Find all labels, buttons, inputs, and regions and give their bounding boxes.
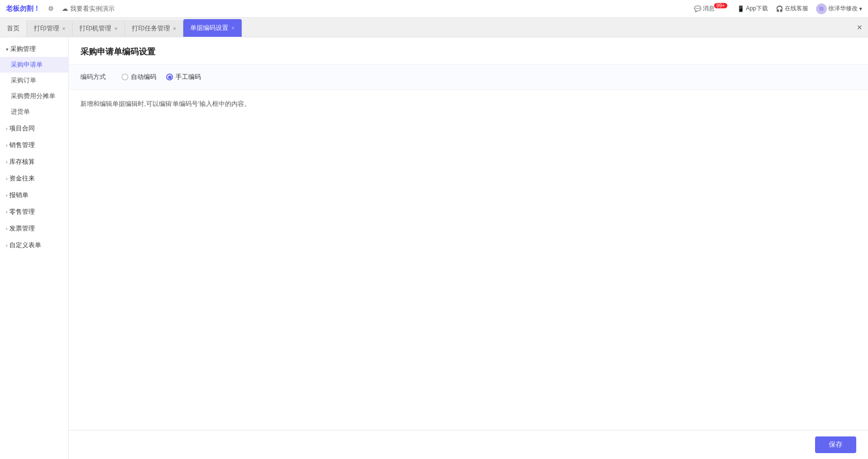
- close-all-tabs[interactable]: ×: [857, 22, 862, 32]
- page-title: 采购申请单编码设置: [80, 46, 856, 57]
- message-item[interactable]: 💬 消息 99+: [694, 4, 729, 13]
- tab-printer-mgmt-label: 打印机管理: [79, 24, 111, 33]
- sidebar-group-funds: › 资金往来: [0, 171, 68, 186]
- tab-single-code-setting-label: 单据编码设置: [190, 24, 228, 32]
- sidebar-group-invoice-title[interactable]: › 发票管理: [0, 221, 68, 236]
- radio-manual-encoding[interactable]: 手工编码: [166, 73, 201, 81]
- top-bar-left: 老板勿割！ ⚙ ☁ 我要看实例演示: [6, 4, 115, 13]
- chevron-icon-returns: ›: [6, 193, 7, 198]
- encoding-radio-group: 自动编码 手工编码: [122, 73, 201, 81]
- sidebar-group-returns-title[interactable]: › 报销单: [0, 187, 68, 203]
- sidebar-group-project-label: 项目合同: [9, 124, 35, 133]
- chevron-icon-inventory: ›: [6, 159, 7, 165]
- user-name: 徐泽华修改: [828, 4, 858, 13]
- tab-print-task-mgmt[interactable]: 打印任务管理 ×: [125, 20, 183, 37]
- content-body: 新增和编辑单据编辑时,可以编辑'单编码号'输入框中的内容。: [69, 90, 868, 430]
- main-layout: ▾ 采购管理 采购申请单 采购订单 采购费用分摊单 进货单 › 项目合同: [0, 37, 868, 459]
- chevron-icon-project: ›: [6, 126, 7, 131]
- sidebar-group-returns: › 报销单: [0, 187, 68, 203]
- sidebar-item-purchase-request-label: 采购申请单: [11, 61, 43, 68]
- tab-print-mgmt[interactable]: 打印管理 ×: [27, 20, 73, 37]
- message-icon: 💬: [694, 5, 701, 12]
- tab-home[interactable]: 首页: [0, 20, 27, 37]
- content-header: 采购申请单编码设置: [69, 37, 868, 65]
- sidebar-group-retail-title[interactable]: › 零售管理: [0, 204, 68, 220]
- sidebar-group-inventory: › 库存核算: [0, 154, 68, 170]
- tab-bar: 首页 打印管理 × 打印机管理 × 打印任务管理 × 单据编码设置 × ×: [0, 18, 868, 37]
- radio-manual-circle: [166, 74, 173, 80]
- sidebar-group-custom-forms-label: 自定义表单: [9, 241, 41, 250]
- sidebar-group-purchase-mgmt-title[interactable]: ▾ 采购管理: [0, 41, 68, 57]
- service-icon: 🎧: [776, 5, 783, 12]
- sidebar-group-sales-title[interactable]: › 销售管理: [0, 137, 68, 153]
- tab-printer-mgmt-close[interactable]: ×: [114, 26, 117, 31]
- sidebar: ▾ 采购管理 采购申请单 采购订单 采购费用分摊单 进货单 › 项目合同: [0, 37, 69, 459]
- sidebar-group-inventory-title[interactable]: › 库存核算: [0, 154, 68, 170]
- online-service-item[interactable]: 🎧 在线客服: [776, 4, 808, 13]
- app-label: App下载: [746, 4, 768, 13]
- sidebar-group-purchase-mgmt: ▾ 采购管理 采购申请单 采购订单 采购费用分摊单 进货单: [0, 41, 68, 120]
- sidebar-group-sales-label: 销售管理: [9, 141, 35, 150]
- encoding-section: 编码方式 自动编码 手工编码: [69, 65, 868, 90]
- radio-auto-label: 自动编码: [131, 73, 156, 81]
- message-badge: 99+: [714, 3, 727, 8]
- sidebar-group-purchase-label: 采购管理: [10, 45, 36, 53]
- sidebar-item-stock-in-label: 进货单: [11, 108, 30, 115]
- sidebar-item-purchase-expense-label: 采购费用分摊单: [11, 92, 55, 100]
- app-icon: 📱: [737, 5, 744, 12]
- top-bar-right: 💬 消息 99+ 📱 App下载 🎧 在线客服 徐 徐泽华修改 ▾: [694, 3, 862, 14]
- sidebar-item-purchase-request[interactable]: 采购申请单: [0, 57, 68, 73]
- chevron-icon-invoice: ›: [6, 226, 7, 231]
- encoding-label: 编码方式: [80, 73, 110, 81]
- sidebar-group-custom-forms: › 自定义表单: [0, 237, 68, 253]
- tab-print-mgmt-close[interactable]: ×: [62, 26, 65, 31]
- tab-single-code-setting-close[interactable]: ×: [231, 25, 234, 31]
- app-download-item[interactable]: 📱 App下载: [737, 4, 768, 13]
- save-button[interactable]: 保存: [815, 436, 856, 453]
- sidebar-group-invoice: › 发票管理: [0, 221, 68, 236]
- sidebar-group-invoice-label: 发票管理: [9, 224, 35, 233]
- sidebar-group-custom-forms-title[interactable]: › 自定义表单: [0, 237, 68, 253]
- sidebar-item-purchase-order[interactable]: 采购订单: [0, 73, 68, 88]
- chevron-down-icon: ▾: [859, 5, 862, 12]
- top-bar: 老板勿割！ ⚙ ☁ 我要看实例演示 💬 消息 99+ 📱 App下载 🎧 在线客…: [0, 0, 868, 18]
- tab-print-mgmt-label: 打印管理: [34, 24, 59, 33]
- avatar: 徐: [816, 3, 827, 14]
- content-area: 采购申请单编码设置 编码方式 自动编码 手工编码 新增和编辑单据编辑时,可以编辑…: [69, 37, 868, 459]
- sidebar-group-inventory-label: 库存核算: [9, 157, 35, 166]
- tab-home-label: 首页: [7, 24, 20, 33]
- tab-print-task-mgmt-label: 打印任务管理: [132, 24, 170, 33]
- sidebar-group-project-contract: › 项目合同: [0, 121, 68, 136]
- chevron-icon-sales: ›: [6, 143, 7, 148]
- tab-single-code-setting[interactable]: 单据编码设置 ×: [183, 19, 242, 37]
- service-label: 在线客服: [785, 4, 808, 13]
- chevron-icon-custom: ›: [6, 243, 7, 248]
- chevron-icon-purchase: ▾: [6, 47, 8, 52]
- sidebar-group-sales-mgmt: › 销售管理: [0, 137, 68, 153]
- content-footer: 保存: [69, 430, 868, 459]
- hint-text: 新增和编辑单据编辑时,可以编辑'单编码号'输入框中的内容。: [80, 100, 856, 108]
- chevron-icon-retail: ›: [6, 209, 7, 215]
- sidebar-group-project-contract-title[interactable]: › 项目合同: [0, 121, 68, 136]
- sidebar-item-purchase-expense[interactable]: 采购费用分摊单: [0, 88, 68, 104]
- demo-link[interactable]: ☁ 我要看实例演示: [62, 4, 115, 13]
- sidebar-group-returns-label: 报销单: [9, 191, 28, 200]
- demo-label: 我要看实例演示: [70, 4, 115, 13]
- sidebar-group-funds-title[interactable]: › 资金往来: [0, 171, 68, 186]
- radio-auto-encoding[interactable]: 自动编码: [122, 73, 156, 81]
- radio-manual-label: 手工编码: [175, 73, 201, 81]
- tab-printer-mgmt[interactable]: 打印机管理 ×: [73, 20, 124, 37]
- radio-auto-circle: [122, 74, 128, 80]
- tab-print-task-mgmt-close[interactable]: ×: [173, 26, 176, 31]
- sidebar-item-stock-in[interactable]: 进货单: [0, 104, 68, 120]
- app-logo: 老板勿割！: [6, 4, 40, 13]
- chevron-icon-funds: ›: [6, 176, 7, 181]
- sidebar-group-retail-label: 零售管理: [9, 207, 35, 216]
- settings-icon[interactable]: ⚙: [48, 5, 54, 12]
- message-label: 消息: [703, 4, 715, 13]
- sidebar-group-retail: › 零售管理: [0, 204, 68, 220]
- sidebar-item-purchase-order-label: 采购订单: [11, 76, 36, 84]
- user-profile[interactable]: 徐 徐泽华修改 ▾: [816, 3, 862, 14]
- cloud-icon: ☁: [62, 5, 68, 12]
- sidebar-group-funds-label: 资金往来: [9, 174, 35, 183]
